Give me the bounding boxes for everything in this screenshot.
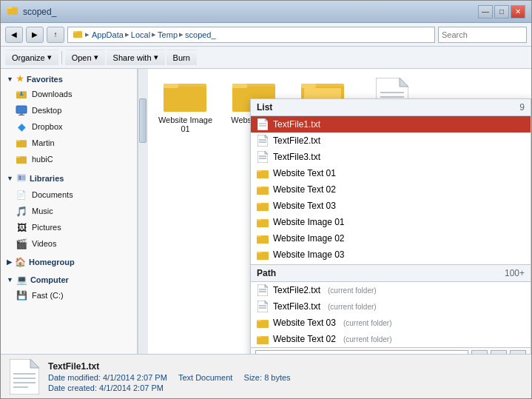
path-item-0-name: TextFile2.txt bbox=[273, 285, 320, 295]
path-item-2-name: Website Text 03 bbox=[273, 318, 336, 328]
svg-marker-49 bbox=[265, 151, 268, 154]
sidebar-item-dropbox[interactable]: ◆ Dropbox bbox=[1, 118, 137, 135]
svg-rect-69 bbox=[257, 252, 261, 253]
sidebar-item-pictures[interactable]: 🖼 Pictures bbox=[1, 219, 137, 235]
lightning-icon: ⚡ bbox=[513, 353, 523, 355]
path-item-1-name: TextFile3.txt bbox=[273, 301, 320, 312]
autocomplete-folder-btn[interactable] bbox=[471, 350, 488, 354]
status-file-icon bbox=[10, 359, 39, 395]
path-item-1[interactable]: TextFile3.txt (current folder) bbox=[251, 298, 531, 315]
sidebar-scrollbar-thumb[interactable] bbox=[139, 98, 147, 143]
computer-header[interactable]: ▼ 💻 Computer bbox=[1, 272, 137, 287]
path-item-3[interactable]: Website Text 02 (current folder) bbox=[251, 331, 531, 347]
open-arrow: ▾ bbox=[94, 53, 98, 62]
folder-icon-4 bbox=[257, 184, 269, 195]
libraries-label: Libraries bbox=[30, 174, 64, 183]
autocomplete-item-4[interactable]: Website Text 02 bbox=[251, 181, 531, 198]
status-modified-label: Date modified: bbox=[48, 373, 101, 382]
autocomplete-item-3[interactable]: Website Text 01 bbox=[251, 165, 531, 181]
maximize-button[interactable]: □ bbox=[494, 5, 509, 19]
path-appdata[interactable]: AppData bbox=[92, 30, 124, 39]
favorites-icon: ★ bbox=[16, 74, 24, 84]
libraries-section: ▼ Libraries 📄 Documents bbox=[1, 170, 137, 252]
autocomplete-refresh-btn[interactable]: ↺ bbox=[491, 350, 507, 354]
folder-icon-6 bbox=[257, 216, 269, 228]
path-item-2[interactable]: Website Text 03 (current folder) bbox=[251, 315, 531, 331]
computer-arrow: ▼ bbox=[7, 276, 13, 284]
path-item-0[interactable]: TextFile2.txt (current folder) bbox=[251, 282, 531, 298]
autocomplete-item-8[interactable]: Website Image 03 bbox=[251, 247, 531, 263]
homegroup-header[interactable]: ▶ 🏠 Homegroup bbox=[1, 255, 137, 269]
autocomplete-item-1-label: TextFile2.txt bbox=[273, 135, 320, 146]
path-item-3-sub: (current folder) bbox=[343, 335, 392, 343]
back-button[interactable]: ◀ bbox=[5, 27, 23, 43]
autocomplete-item-8-label: Website Image 03 bbox=[273, 249, 345, 260]
close-button[interactable]: ✕ bbox=[511, 5, 525, 19]
sidebar-item-hubic[interactable]: hubiC bbox=[1, 151, 137, 167]
sidebar-item-music[interactable]: 🎵 Music bbox=[1, 203, 137, 219]
folder-icon-7 bbox=[257, 232, 269, 244]
search-input[interactable] bbox=[438, 27, 527, 43]
svg-rect-62 bbox=[257, 220, 269, 227]
title-bar-left: scoped_ bbox=[7, 4, 56, 19]
homegroup-icon: 🏠 bbox=[15, 257, 26, 267]
content-area: ▼ ★ Favorites bbox=[1, 69, 531, 354]
music-icon: 🎵 bbox=[16, 205, 27, 217]
txt-file-icon-1 bbox=[257, 135, 269, 147]
path-scoped[interactable]: scoped_ bbox=[185, 30, 216, 39]
drive-icon: 💾 bbox=[16, 289, 27, 301]
sidebar-item-documents[interactable]: 📄 Documents bbox=[1, 187, 137, 203]
autocomplete-item-1[interactable]: TextFile2.txt bbox=[251, 133, 531, 149]
hubic-icon bbox=[16, 153, 27, 165]
up-button[interactable]: ↑ bbox=[47, 27, 64, 43]
sidebar-item-videos[interactable]: 🎬 Videos bbox=[1, 235, 137, 252]
svg-rect-26 bbox=[164, 84, 178, 88]
sidebar-item-desktop[interactable]: Desktop bbox=[1, 102, 137, 118]
autocomplete-item-6[interactable]: Website Image 01 bbox=[251, 214, 531, 230]
svg-rect-20 bbox=[16, 156, 20, 158]
forward-button[interactable]: ▶ bbox=[26, 27, 44, 43]
sidebar-scrollbar[interactable] bbox=[138, 69, 148, 354]
documents-label: Documents bbox=[32, 190, 73, 199]
autocomplete-item-7[interactable]: Website Image 02 bbox=[251, 230, 531, 247]
downloads-label: Downloads bbox=[32, 90, 72, 98]
address-path[interactable]: ▸ AppData ▸ Local ▸ Temp ▸ scoped_ bbox=[67, 27, 435, 43]
svg-rect-63 bbox=[257, 219, 261, 221]
file-item-0[interactable]: Website Image 01 bbox=[154, 75, 217, 136]
hubic-label: hubiC bbox=[32, 155, 53, 164]
drive-label: Fast (C:) bbox=[32, 291, 64, 300]
desktop-label: Desktop bbox=[32, 106, 61, 115]
favorites-label: Favorites bbox=[27, 75, 63, 84]
organize-button[interactable]: Organize ▾ bbox=[5, 50, 58, 66]
sidebar-item-downloads[interactable]: Downloads bbox=[1, 86, 137, 102]
videos-icon: 🎬 bbox=[16, 238, 27, 249]
autocomplete-search-input[interactable] bbox=[255, 350, 468, 354]
autocomplete-item-0[interactable]: TextFile1.txt bbox=[251, 116, 531, 133]
svg-rect-1 bbox=[7, 8, 18, 15]
open-button[interactable]: Open ▾ bbox=[65, 50, 105, 66]
path-temp[interactable]: Temp bbox=[158, 30, 178, 39]
computer-label: Computer bbox=[30, 275, 69, 284]
autocomplete-item-5[interactable]: Website Text 03 bbox=[251, 198, 531, 214]
favorites-header[interactable]: ▼ ★ Favorites bbox=[1, 72, 137, 86]
autocomplete-item-2[interactable]: TextFile3.txt bbox=[251, 149, 531, 165]
burn-button[interactable]: Burn bbox=[166, 50, 197, 66]
sidebar-item-martin[interactable]: Martin bbox=[1, 135, 137, 151]
svg-rect-54 bbox=[257, 170, 261, 172]
path-local[interactable]: Local bbox=[131, 30, 150, 39]
autocomplete-list-count: 9 bbox=[519, 102, 525, 113]
status-info: TextFile1.txt Date modified: 4/1/2014 2:… bbox=[48, 361, 291, 392]
autocomplete-item-7-label: Website Image 02 bbox=[273, 233, 345, 244]
main-window: scoped_ — □ ✕ ◀ ▶ ↑ ▸ AppData ▸ Local ▸ bbox=[0, 0, 532, 399]
sidebar-item-drive-c[interactable]: 💾 Fast (C:) bbox=[1, 287, 137, 304]
svg-marker-88 bbox=[30, 359, 39, 368]
status-bar: TextFile1.txt Date modified: 4/1/2014 2:… bbox=[1, 354, 531, 398]
minimize-button[interactable]: — bbox=[478, 5, 493, 19]
path-section-label: Path bbox=[257, 268, 276, 278]
libraries-icon bbox=[16, 172, 27, 184]
share-arrow: ▾ bbox=[154, 53, 158, 62]
svg-rect-57 bbox=[257, 187, 261, 188]
share-button[interactable]: Share with ▾ bbox=[107, 50, 165, 66]
libraries-header[interactable]: ▼ Libraries bbox=[1, 170, 137, 187]
autocomplete-action-btn[interactable]: ⚡ bbox=[510, 350, 526, 354]
